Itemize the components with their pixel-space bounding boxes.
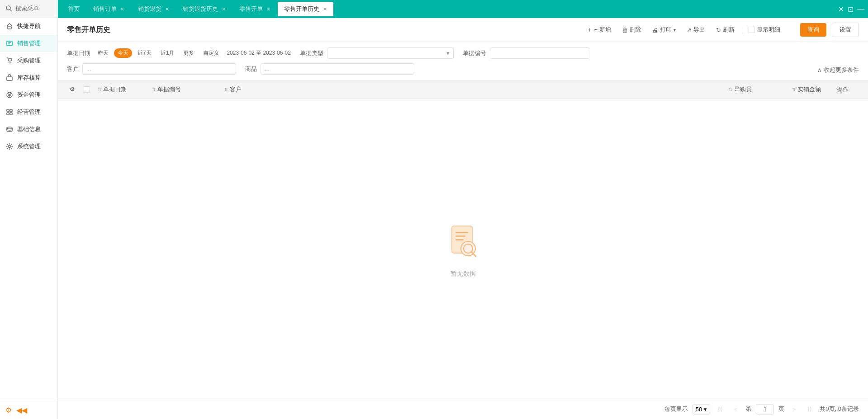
sidebar-item-purchase[interactable]: 采购管理 — [0, 52, 57, 69]
col-guide-header[interactable]: ⇅ 导购员 — [725, 85, 770, 94]
display-checkbox[interactable] — [749, 27, 755, 33]
collapse-more-btn[interactable]: ∧ 收起更多条件 — [817, 66, 859, 74]
sidebar-item-label: 资金管理 — [17, 91, 41, 99]
sidebar-search[interactable]: 搜索采单 — [0, 0, 57, 18]
page-title: 零售开单历史 — [67, 25, 110, 35]
tab-home[interactable]: 首页 — [62, 2, 86, 16]
empty-state: 暂无数据 — [58, 99, 868, 399]
col-checkbox-all[interactable] — [80, 86, 94, 93]
col-customer-header[interactable]: ⇅ 客户 — [221, 85, 725, 94]
sidebar-item-operations[interactable]: 经营管理 — [0, 104, 57, 121]
date-more-btn[interactable]: 更多 — [180, 48, 198, 58]
sidebar: 搜索采单 快捷导航 销售管理 采购管理 库存核算 ¥ 资金管理 经 — [0, 0, 58, 419]
query-button[interactable]: 查询 — [800, 23, 826, 37]
export-button[interactable]: ↗ 导出 — [684, 24, 708, 36]
goods-select[interactable]: ... — [261, 63, 414, 75]
sidebar-item-label: 系统管理 — [17, 142, 41, 151]
settings-bottom-icon[interactable]: ⚙ — [5, 406, 12, 414]
tab-bar-minimize-btn[interactable]: — — [857, 5, 864, 13]
col-date-label: 单据日期 — [103, 85, 127, 94]
col-num-header[interactable]: ⇅ 单据编号 — [148, 85, 221, 94]
filter-type-group: 单据类型 ▾ — [300, 47, 454, 59]
page-next-btn[interactable]: ＞ — [789, 404, 800, 414]
tab-retail-open-close[interactable]: ✕ — [266, 6, 270, 12]
date-custom-btn[interactable]: 自定义 — [199, 48, 223, 58]
goods-filter-label: 商品 — [245, 65, 257, 73]
filter-area: 单据日期 昨天 今天 近7天 近1月 更多 自定义 2023-06-02 至 2… — [58, 42, 868, 80]
customer-select-placeholder: ... — [86, 66, 91, 72]
customer-filter-label: 客户 — [67, 65, 79, 73]
tab-home-label: 首页 — [68, 5, 80, 13]
page-word: 第 — [745, 405, 751, 413]
export-label: 导出 — [693, 26, 705, 34]
pagination: 每页显示 50 ▾ ⟨⟨ ＜ 第 页 ＞ ⟩⟩ 共0页, 0条记录 — [58, 399, 868, 419]
type-filter-label: 单据类型 — [300, 49, 323, 57]
svg-point-6 — [9, 62, 9, 63]
num-filter-label: 单据编号 — [463, 49, 486, 57]
tab-sales-order-close[interactable]: ✕ — [120, 6, 124, 12]
svg-point-7 — [10, 62, 11, 63]
sidebar-item-system[interactable]: 系统管理 — [0, 138, 57, 155]
refresh-button[interactable]: ↻ 刷新 — [713, 24, 737, 36]
delete-button[interactable]: 🗑 删除 — [619, 24, 644, 36]
type-select-chevron: ▾ — [446, 50, 450, 56]
tab-sales-return-close[interactable]: ✕ — [165, 6, 169, 12]
sidebar-item-quick-nav[interactable]: 快捷导航 — [0, 18, 57, 35]
per-page-select[interactable]: 50 ▾ — [693, 404, 710, 414]
search-icon — [5, 5, 13, 13]
num-filter-input[interactable] — [490, 47, 589, 59]
date-month-btn[interactable]: 近1月 — [157, 48, 178, 58]
tab-bar-restore-btn[interactable]: ⊡ — [848, 5, 854, 14]
tab-sales-order[interactable]: 销售订单 ✕ — [87, 2, 131, 16]
date-7days-btn[interactable]: 近7天 — [134, 48, 155, 58]
delete-icon: 🗑 — [622, 27, 628, 33]
tab-bar-close-btn[interactable]: ✕ — [838, 5, 844, 14]
tab-sales-return-history[interactable]: 销货退货历史 ✕ — [176, 2, 232, 16]
svg-rect-20 — [455, 239, 464, 240]
toolbar: ＋ + 新增 🗑 删除 🖨 打印 ▾ ↗ 导出 ↻ — [584, 23, 859, 37]
page-last-btn[interactable]: ⟩⟩ — [804, 404, 815, 414]
filter-date-btns: 昨天 今天 近7天 近1月 更多 自定义 — [94, 48, 223, 58]
date-today-btn[interactable]: 今天 — [114, 48, 132, 58]
col-settings[interactable]: ⚙ — [65, 86, 80, 93]
print-chevron: ▾ — [674, 28, 676, 33]
tab-bar: 首页 销售订单 ✕ 销货退货 ✕ 销货退货历史 ✕ 零售开单 ✕ 零售开单历史 … — [58, 0, 868, 18]
content-area: 零售开单历史 ＋ + 新增 🗑 删除 🖨 打印 ▾ ↗ 导出 — [58, 18, 868, 419]
tab-sales-return-history-label: 销货退货历史 — [183, 5, 218, 13]
tab-retail-open[interactable]: 零售开单 ✕ — [233, 2, 277, 16]
tab-retail-open-history[interactable]: 零售开单历史 ✕ — [278, 2, 333, 16]
table-header: ⚙ ⇅ 单据日期 ⇅ 单据编号 ⇅ 客户 ⇅ — [58, 80, 868, 99]
collapse-icon[interactable]: ◀◀ — [16, 406, 27, 414]
svg-rect-19 — [455, 235, 465, 237]
print-button[interactable]: 🖨 打印 ▾ — [650, 24, 678, 36]
delete-label: 删除 — [630, 26, 641, 34]
page-prev-btn[interactable]: ＜ — [730, 404, 741, 414]
sidebar-item-finance[interactable]: ¥ 资金管理 — [0, 86, 57, 104]
sidebar-item-sales[interactable]: 销售管理 — [0, 35, 57, 52]
add-button[interactable]: ＋ + 新增 — [584, 24, 614, 36]
type-select[interactable]: ▾ — [327, 47, 454, 59]
tab-sales-return-history-close[interactable]: ✕ — [222, 6, 226, 12]
page-input[interactable] — [756, 404, 774, 414]
refresh-label: 刷新 — [723, 26, 735, 34]
tab-retail-open-label: 零售开单 — [239, 5, 263, 13]
tab-retail-open-history-label: 零售开单历史 — [284, 5, 319, 13]
filter-customer-group: 客户 ... — [67, 63, 236, 75]
date-yesterday-btn[interactable]: 昨天 — [94, 48, 112, 58]
customer-select[interactable]: ... — [82, 63, 236, 75]
tab-retail-open-history-close[interactable]: ✕ — [323, 6, 327, 12]
sidebar-item-inventory[interactable]: 库存核算 — [0, 69, 57, 86]
svg-point-16 — [9, 146, 11, 148]
page-first-btn[interactable]: ⟨⟨ — [715, 404, 726, 414]
print-icon: 🖨 — [652, 27, 658, 33]
sort-icon: ⇅ — [792, 87, 796, 92]
sidebar-item-base[interactable]: 基础信息 — [0, 121, 57, 138]
tab-sales-return[interactable]: 销货退货 ✕ — [132, 2, 175, 16]
col-amount-header[interactable]: ⇅ 实销金额 — [770, 85, 825, 94]
setting-button[interactable]: 设置 — [832, 23, 859, 37]
sidebar-item-label: 采购管理 — [17, 56, 41, 65]
filter-goods-group: 商品 ... — [245, 63, 414, 75]
display-toggle[interactable]: 显示明细 — [749, 26, 780, 34]
checkbox-all[interactable] — [84, 86, 90, 93]
col-date-header[interactable]: ⇅ 单据日期 — [94, 85, 148, 94]
